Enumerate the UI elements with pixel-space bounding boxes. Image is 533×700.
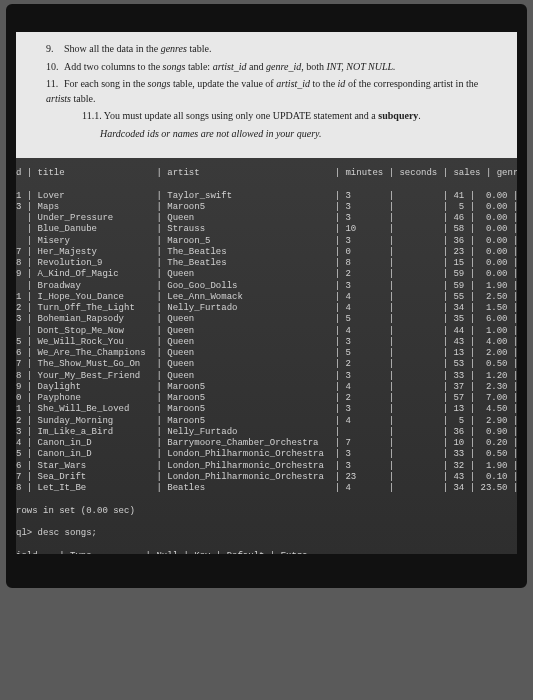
- question-11-1: 11.1. You must update all songs using on…: [46, 109, 499, 124]
- q-num: 9.: [46, 42, 64, 57]
- question-9: 9.Show all the data in the genres table.: [46, 42, 499, 57]
- question-11-1-note: Hardcoded ids or names are not allowed i…: [46, 127, 499, 142]
- question-10: 10.Add two columns to the songs table: a…: [46, 60, 499, 75]
- question-11: 11.For each song in the songs table, upd…: [46, 77, 499, 106]
- q-num: 11.: [46, 77, 64, 92]
- q-num: 10.: [46, 60, 64, 75]
- question-page: 9.Show all the data in the genres table.…: [16, 32, 517, 158]
- terminal-output: d | title | artist | minutes | seconds |…: [16, 158, 517, 588]
- monitor-screen: 9.Show all the data in the genres table.…: [6, 4, 527, 588]
- terminal-area: d | title | artist | minutes | seconds |…: [16, 158, 517, 588]
- q-num: 11.1.: [82, 110, 102, 121]
